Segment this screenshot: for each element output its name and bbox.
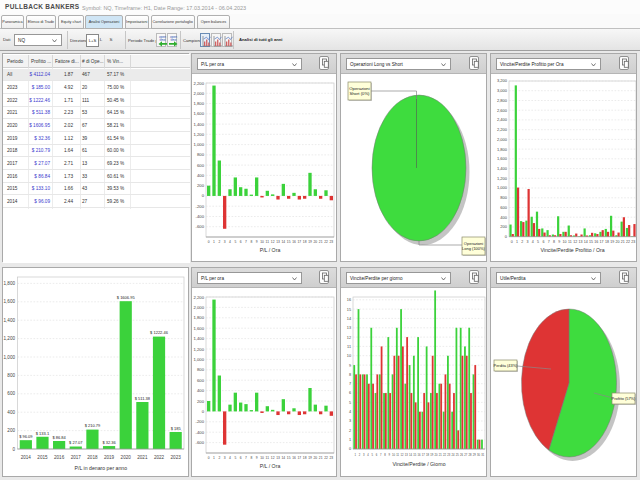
svg-text:3: 3	[224, 456, 226, 460]
svg-text:200: 200	[500, 224, 507, 229]
svg-text:2016: 2016	[54, 455, 65, 460]
svg-text:21: 21	[319, 456, 323, 460]
svg-text:2: 2	[359, 453, 361, 457]
svg-text:16: 16	[347, 298, 351, 302]
svg-text:16: 16	[292, 456, 296, 460]
svg-text:2,400: 2,400	[497, 117, 508, 122]
svg-text:400: 400	[197, 173, 205, 178]
svg-text:1: 1	[213, 240, 215, 244]
svg-text:$ 1222.46: $ 1222.46	[150, 330, 169, 335]
svg-text:200: 200	[197, 183, 205, 188]
svg-text:5: 5	[537, 240, 539, 244]
svg-text:22: 22	[626, 240, 630, 244]
svg-text:13: 13	[276, 456, 280, 460]
svg-text:2,200: 2,200	[194, 295, 205, 300]
svg-text:0: 0	[12, 447, 15, 452]
svg-text:$ 511.38: $ 511.38	[135, 396, 151, 401]
svg-text:10: 10	[563, 240, 567, 244]
svg-text:5: 5	[234, 240, 236, 244]
svg-text:1,400: 1,400	[4, 318, 16, 323]
svg-text:1,000: 1,000	[4, 355, 16, 360]
svg-text:18: 18	[303, 456, 307, 460]
svg-text:14: 14	[281, 240, 285, 244]
svg-text:4: 4	[532, 240, 534, 244]
svg-text:$ 210.79: $ 210.79	[85, 423, 101, 428]
svg-text:10: 10	[260, 456, 264, 460]
svg-text:25: 25	[456, 453, 459, 457]
svg-text:20: 20	[313, 456, 317, 460]
svg-text:600: 600	[197, 378, 205, 383]
svg-text:2014: 2014	[21, 455, 32, 460]
svg-text:15: 15	[413, 453, 416, 457]
svg-text:2,000: 2,000	[194, 305, 205, 310]
svg-text:11: 11	[266, 240, 270, 244]
svg-text:5: 5	[234, 456, 236, 460]
svg-text:6: 6	[240, 456, 242, 460]
svg-text:23: 23	[631, 240, 635, 244]
svg-text:1,200: 1,200	[497, 176, 508, 181]
svg-text:23: 23	[447, 453, 450, 457]
svg-text:2019: 2019	[104, 455, 115, 460]
svg-text:7: 7	[245, 240, 247, 244]
svg-text:26: 26	[460, 453, 463, 457]
svg-text:20: 20	[615, 240, 619, 244]
svg-text:1: 1	[516, 240, 518, 244]
svg-text:4: 4	[367, 453, 369, 457]
svg-text:12: 12	[400, 453, 403, 457]
svg-text:2023: 2023	[171, 455, 182, 460]
svg-text:13: 13	[405, 453, 408, 457]
svg-text:1,000: 1,000	[194, 357, 205, 362]
svg-text:14: 14	[584, 240, 588, 244]
svg-text:31: 31	[481, 453, 484, 457]
svg-text:0: 0	[349, 447, 351, 451]
svg-text:10: 10	[347, 354, 351, 358]
svg-text:13: 13	[276, 240, 280, 244]
svg-text:21: 21	[319, 240, 323, 244]
svg-text:$ 27.07: $ 27.07	[69, 440, 83, 445]
svg-text:5: 5	[371, 453, 373, 457]
svg-text:2018: 2018	[87, 455, 98, 460]
svg-text:0: 0	[505, 234, 508, 239]
svg-text:400: 400	[7, 410, 15, 415]
svg-text:10: 10	[260, 240, 264, 244]
svg-text:28: 28	[469, 453, 472, 457]
svg-text:1,600: 1,600	[497, 156, 508, 161]
svg-text:21: 21	[621, 240, 625, 244]
svg-text:time: time	[159, 38, 165, 42]
svg-text:600: 600	[197, 163, 205, 168]
svg-text:8: 8	[384, 453, 386, 457]
svg-text:9: 9	[558, 240, 560, 244]
svg-text:3: 3	[527, 240, 529, 244]
svg-text:Perdita (43%): Perdita (43%)	[494, 363, 518, 368]
svg-text:-400: -400	[196, 430, 205, 435]
svg-text:600: 600	[500, 205, 507, 210]
svg-text:1,600: 1,600	[194, 326, 205, 331]
svg-text:1,400: 1,400	[497, 166, 508, 171]
svg-text:1,200: 1,200	[194, 132, 205, 137]
svg-text:22: 22	[324, 456, 328, 460]
svg-text:19: 19	[308, 240, 312, 244]
svg-text:29: 29	[473, 453, 476, 457]
svg-text:2022: 2022	[154, 455, 165, 460]
svg-text:8: 8	[250, 240, 252, 244]
svg-text:200: 200	[7, 428, 15, 433]
svg-text:7: 7	[349, 382, 351, 386]
svg-text:8: 8	[553, 240, 555, 244]
svg-text:3: 3	[349, 419, 351, 423]
svg-text:16: 16	[418, 453, 421, 457]
svg-text:18: 18	[605, 240, 609, 244]
svg-text:13: 13	[347, 326, 351, 330]
svg-text:$ 96.09: $ 96.09	[19, 434, 33, 439]
svg-text:0: 0	[202, 193, 205, 198]
svg-text:-400: -400	[196, 214, 205, 219]
svg-text:13: 13	[578, 240, 582, 244]
svg-text:12: 12	[573, 240, 577, 244]
svg-text:P/L in denaro per anno: P/L in denaro per anno	[75, 465, 128, 471]
svg-text:2: 2	[218, 240, 220, 244]
svg-text:4: 4	[229, 456, 231, 460]
svg-text:23: 23	[329, 456, 333, 460]
svg-text:Profitto (57%): Profitto (57%)	[612, 396, 636, 401]
svg-text:time: time	[170, 38, 176, 42]
svg-text:1,600: 1,600	[4, 299, 16, 304]
svg-text:-200: -200	[196, 204, 205, 209]
